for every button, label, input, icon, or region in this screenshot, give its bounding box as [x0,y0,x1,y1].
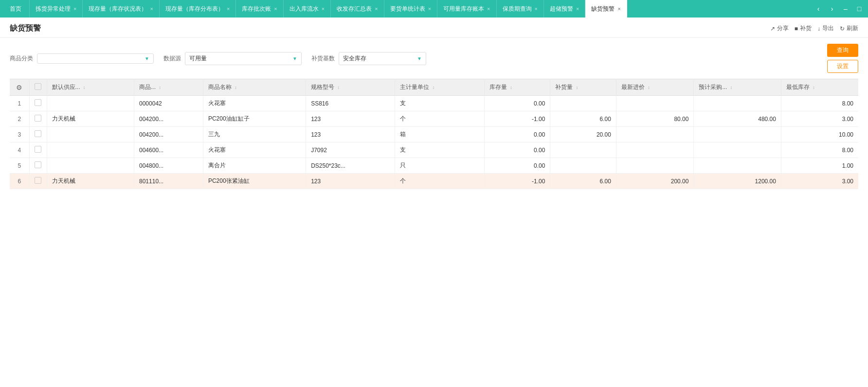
cell-supplier [47,158,134,174]
row-checkbox[interactable] [35,146,41,153]
refresh-icon: ↻ [840,25,845,32]
tab-bar: 首页 拣货异常处理 × 现存量（库存状况表） × 现存量（库存分布表） × 库存… [0,0,868,18]
tab-stock-status[interactable]: 现存量（库存状况表） × [83,0,159,18]
tab-home[interactable]: 首页 [2,0,30,18]
tab-close-expiry-query[interactable]: × [535,6,538,12]
th-stock[interactable]: 库存量 ↕ [484,79,550,96]
table-row: 6 力天机械 801110... PC200张紧油缸 123 个 -1.00 6… [10,174,858,189]
cell-min-stock: 8.00 [781,142,858,158]
th-check [29,79,47,96]
row-checkbox[interactable] [35,130,41,137]
th-latest-price[interactable]: 最新进价 ↕ [616,79,694,96]
th-estimated-purchase[interactable]: 预计采购... ↕ [694,79,781,96]
tab-close-receive-summary[interactable]: × [375,6,378,12]
th-product-name[interactable]: 商品名称 ↕ [203,79,306,96]
cell-index: 1 [10,96,29,111]
cell-unit: 只 [395,158,484,174]
tab-receive-summary[interactable]: 收发存汇总表 × [331,0,384,18]
tab-close-shortage[interactable]: × [617,6,620,12]
cell-replenish-qty [550,96,616,111]
datasource-dropdown-icon: ▼ [292,56,297,61]
tab-close-overstock[interactable]: × [576,6,579,12]
th-supplier[interactable]: 默认供应... ↕ [47,79,134,96]
cell-min-stock: 8.00 [781,96,858,111]
table-body: 1 0000042 火花塞 SS816 支 0.00 8.00 2 力天机械 0… [10,96,858,189]
tab-expiry-query[interactable]: 保质期查询 × [497,0,544,18]
cell-replenish-qty: 6.00 [550,111,616,127]
tab-batch-account[interactable]: 库存批次账 × [236,0,283,18]
cell-product-name: PC200张紧油缸 [203,174,306,189]
cell-latest-price [616,127,694,142]
tab-scroll-left[interactable]: ‹ [812,0,825,18]
tab-minimize[interactable]: – [839,0,852,18]
tab-nav-buttons: ‹ › – □ [812,0,866,18]
th-replenish-qty[interactable]: 补货量 ↕ [550,79,616,96]
min-stock-sort-icon: ↕ [813,85,815,90]
cell-estimated-purchase [694,96,781,111]
tab-available-ledger[interactable]: 可用量库存账本 × [437,0,496,18]
row-checkbox[interactable] [35,99,41,106]
table-row: 4 004600... 火花塞 J7092 支 0.00 8.00 [10,142,858,158]
tab-exception[interactable]: 拣货异常处理 × [30,0,83,18]
datasource-select[interactable]: 可用量 ▼ [185,52,302,65]
cell-product-code: 004600... [134,142,203,158]
row-checkbox[interactable] [35,177,41,184]
product-code-sort-icon: ↕ [159,85,161,90]
tab-close-batch-account[interactable]: × [274,6,277,12]
tab-order-stats[interactable]: 要货单统计表 × [384,0,437,18]
cell-product-code: 801110... [134,174,203,189]
row-checkbox[interactable] [35,161,41,168]
cell-product-name: PC200油缸缸子 [203,111,306,127]
header-actions: ↗ 分享 ■ 补货 ↓ 导出 ↻ 刷新 [770,24,858,33]
cell-check [29,111,47,127]
cell-spec: DS250*23c... [306,158,395,174]
tab-close-order-stats[interactable]: × [428,6,431,12]
tab-shortage[interactable]: 缺货预警 × [585,0,627,18]
page-content: 缺货预警 ↗ 分享 ■ 补货 ↓ 导出 ↻ 刷新 商品分类 [0,18,868,387]
th-unit[interactable]: 主计量单位 ↕ [395,79,484,96]
tab-scroll-right[interactable]: › [825,0,839,18]
replenish-icon: ■ [795,25,798,32]
settings-button[interactable]: 设置 [827,60,858,73]
replenish-base-label: 补货基数 [311,54,335,63]
tab-close-stock-dist[interactable]: × [227,6,230,12]
cell-check [29,158,47,174]
cell-spec: J7092 [306,142,395,158]
tab-overstock[interactable]: 超储预警 × [544,0,585,18]
cell-unit: 支 [395,96,484,111]
category-filter-group: 商品分类 ▼ [10,53,154,64]
cell-product-name: 火花塞 [203,142,306,158]
datasource-label: 数据源 [163,54,181,63]
tab-stock-dist[interactable]: 现存量（库存分布表） × [160,0,236,18]
cell-estimated-purchase [694,142,781,158]
tab-close-inout-flow[interactable]: × [322,6,325,12]
share-button[interactable]: ↗ 分享 [770,24,789,33]
cell-min-stock: 3.00 [781,111,858,127]
th-spec[interactable]: 规格型号 ↕ [306,79,395,96]
tab-close-available-ledger[interactable]: × [487,6,490,12]
cell-index: 6 [10,174,29,189]
row-checkbox[interactable] [35,115,41,122]
cell-supplier [47,96,134,111]
tab-maximize[interactable]: □ [852,0,866,18]
page-title: 缺货预警 [10,23,41,34]
select-all-checkbox[interactable] [35,83,41,90]
category-select[interactable]: ▼ [37,53,154,64]
replenish-base-select[interactable]: 安全库存 ▼ [339,52,426,65]
stock-sort-icon: ↕ [510,85,512,90]
tab-close-stock-status[interactable]: × [150,6,153,12]
table-row: 2 力天机械 004200... PC200油缸缸子 123 个 -1.00 6… [10,111,858,127]
tab-close-exception[interactable]: × [73,6,76,12]
refresh-button[interactable]: ↻ 刷新 [840,24,858,33]
cell-min-stock: 3.00 [781,174,858,189]
th-product-code[interactable]: 商品... ↕ [134,79,203,96]
cell-stock: 0.00 [484,142,550,158]
query-button[interactable]: 查询 [827,44,858,57]
cell-unit: 个 [395,111,484,127]
unit-sort-icon: ↕ [433,85,435,90]
replenish-button[interactable]: ■ 补货 [795,24,812,33]
th-min-stock[interactable]: 最低库存 ↕ [781,79,858,96]
tab-inout-flow[interactable]: 出入库流水 × [284,0,331,18]
export-button[interactable]: ↓ 导出 [817,24,834,33]
gear-icon[interactable]: ⚙ [16,84,22,91]
